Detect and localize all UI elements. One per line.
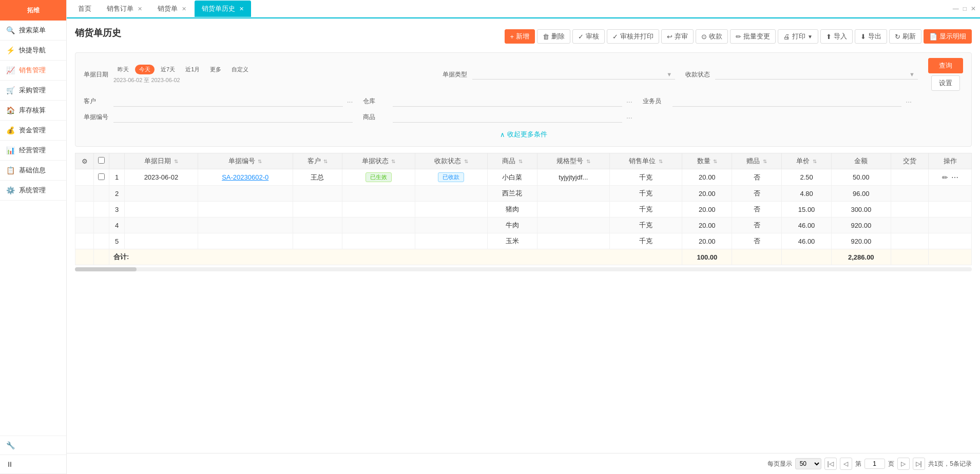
row-checkbox[interactable] bbox=[98, 173, 105, 180]
per-page-label: 每页显示 bbox=[767, 460, 792, 468]
th-payment-status[interactable]: 收款状态 ⇅ bbox=[415, 153, 487, 169]
date-pill-more[interactable]: 更多 bbox=[206, 65, 225, 74]
th-quantity[interactable]: 数量 ⇅ bbox=[682, 153, 732, 169]
edit-row-icon[interactable]: ✏ bbox=[942, 173, 948, 182]
sidebar-item-pause[interactable]: ⏸ bbox=[0, 455, 66, 474]
cell-customer bbox=[293, 202, 342, 218]
salesman-input[interactable] bbox=[672, 96, 902, 107]
setting-button[interactable]: 设置 bbox=[931, 75, 960, 91]
print-dropdown-icon: ▼ bbox=[808, 34, 813, 40]
product-more-icon[interactable]: ··· bbox=[626, 113, 632, 122]
new-button[interactable]: + 新增 bbox=[505, 29, 535, 44]
collect-button[interactable]: ⊙ 收款 bbox=[696, 29, 728, 44]
th-gift[interactable]: 赠品 ⇅ bbox=[732, 153, 782, 169]
cell-unit: 千克 bbox=[610, 218, 682, 233]
refresh-button[interactable]: ↻ 刷新 bbox=[889, 29, 921, 44]
window-maximize[interactable]: □ bbox=[963, 5, 967, 12]
payment-status-select[interactable]: ▼ bbox=[715, 70, 918, 80]
date-pill-7days[interactable]: 近7天 bbox=[157, 65, 179, 74]
horizontal-scrollbar[interactable] bbox=[75, 267, 972, 271]
sidebar-item-search-menu[interactable]: 🔍 搜索菜单 bbox=[0, 21, 66, 41]
sidebar-item-settings[interactable]: 🔧 bbox=[0, 436, 66, 455]
tab-sales-order-close[interactable]: ✕ bbox=[138, 6, 142, 12]
cell-checkbox[interactable] bbox=[94, 169, 109, 186]
first-page-button[interactable]: |◁ bbox=[824, 458, 837, 470]
doc-no-link[interactable]: SA-20230602-0 bbox=[222, 173, 268, 181]
customer-more-icon[interactable]: ··· bbox=[347, 97, 353, 106]
warehouse-input[interactable] bbox=[393, 96, 622, 107]
sidebar-item-finance[interactable]: 💰 资金管理 bbox=[0, 121, 66, 141]
collapse-button[interactable]: ∧ 收起更多条件 bbox=[84, 128, 963, 141]
next-page-button[interactable]: ▷ bbox=[897, 458, 910, 470]
date-pill-1month[interactable]: 近1月 bbox=[181, 65, 204, 74]
show-detail-button[interactable]: 📄 显示明细 bbox=[924, 29, 972, 44]
filter-row-3: 单据编号 商品 ··· bbox=[84, 112, 963, 123]
scroll-thumb[interactable] bbox=[75, 267, 137, 271]
cell-settings bbox=[75, 202, 94, 218]
tab-sales-history-close[interactable]: ✕ bbox=[239, 6, 244, 12]
select-all-checkbox[interactable] bbox=[98, 157, 105, 164]
date-pill-custom[interactable]: 自定义 bbox=[227, 65, 253, 74]
th-doc-status[interactable]: 单据状态 ⇅ bbox=[342, 153, 415, 169]
tab-home[interactable]: 首页 bbox=[71, 1, 99, 17]
cell-payment-status: 已收款 bbox=[415, 169, 487, 186]
cell-checkbox[interactable] bbox=[94, 186, 109, 202]
th-unit[interactable]: 销售单位 ⇅ bbox=[610, 153, 682, 169]
th-settings[interactable]: ⚙ bbox=[75, 153, 94, 169]
sidebar-item-purchase[interactable]: 🛒 采购管理 bbox=[0, 81, 66, 101]
batch-change-button[interactable]: ✏ 批量变更 bbox=[730, 29, 776, 44]
sidebar-item-system[interactable]: ⚙️ 系统管理 bbox=[0, 181, 66, 201]
cell-doc-no[interactable]: SA-20230602-0 bbox=[198, 169, 293, 186]
th-product[interactable]: 商品 ⇅ bbox=[487, 153, 537, 169]
audit-print-button[interactable]: ✓ 审核并打印 bbox=[607, 29, 659, 44]
page-number-input[interactable] bbox=[864, 459, 885, 469]
sidebar-item-quick-nav[interactable]: ⚡ 快捷导航 bbox=[0, 41, 66, 61]
doc-type-select[interactable]: ▼ bbox=[472, 70, 675, 80]
sidebar-item-inventory[interactable]: 🏠 库存核算 bbox=[0, 101, 66, 121]
window-minimize[interactable]: — bbox=[953, 5, 959, 12]
cell-checkbox[interactable] bbox=[94, 233, 109, 249]
print-button[interactable]: 🖨 打印 ▼ bbox=[778, 29, 818, 44]
gift-sort-icon: ⇅ bbox=[763, 159, 767, 164]
sidebar-item-operations[interactable]: 📊 经营管理 bbox=[0, 141, 66, 161]
doc-no-label: 单据编号 bbox=[84, 113, 109, 122]
date-pill-yesterday[interactable]: 昨天 bbox=[113, 65, 133, 74]
more-row-icon[interactable]: ⋯ bbox=[951, 173, 958, 182]
customer-input[interactable] bbox=[113, 96, 343, 107]
import-button[interactable]: ⬆ 导入 bbox=[820, 29, 853, 44]
per-page-select[interactable]: 50 100 200 bbox=[795, 458, 821, 469]
delete-button[interactable]: 🗑 删除 bbox=[537, 29, 570, 44]
abandon-button[interactable]: ↩ 弃审 bbox=[661, 29, 694, 44]
cell-gift: 否 bbox=[732, 202, 782, 218]
tab-sales-delivery-close[interactable]: ✕ bbox=[182, 6, 186, 12]
tab-sales-order[interactable]: 销售订单 ✕ bbox=[100, 1, 149, 17]
last-page-button[interactable]: ▷| bbox=[913, 458, 925, 470]
date-range: 2023-06-02 至 2023-06-02 bbox=[113, 76, 432, 84]
cell-checkbox[interactable] bbox=[94, 202, 109, 218]
export-button[interactable]: ⬇ 导出 bbox=[855, 29, 887, 44]
salesman-more-icon[interactable]: ··· bbox=[906, 97, 912, 106]
window-close[interactable]: ✕ bbox=[971, 5, 976, 12]
th-customer[interactable]: 客户 ⇅ bbox=[293, 153, 342, 169]
date-pill-today[interactable]: 今天 bbox=[135, 65, 155, 74]
th-checkbox[interactable] bbox=[94, 153, 109, 169]
th-doc-date[interactable]: 单据日期 ⇅ bbox=[125, 153, 198, 169]
sidebar-item-sales[interactable]: 📈 销售管理 bbox=[0, 61, 66, 81]
table-settings-icon[interactable]: ⚙ bbox=[82, 157, 88, 165]
audit-button[interactable]: ✓ 审核 bbox=[572, 29, 605, 44]
product-input[interactable] bbox=[393, 112, 622, 123]
date-pills: 昨天 今天 近7天 近1月 更多 自定义 bbox=[113, 65, 432, 74]
tab-sales-history[interactable]: 销货单历史 ✕ bbox=[195, 1, 251, 17]
th-unit-price[interactable]: 单价 ⇅ bbox=[782, 153, 832, 169]
doc-no-input[interactable] bbox=[113, 112, 353, 123]
th-spec[interactable]: 规格型号 ⇅ bbox=[537, 153, 609, 169]
cell-payment-status bbox=[415, 233, 487, 249]
th-doc-no[interactable]: 单据编号 ⇅ bbox=[198, 153, 293, 169]
cell-checkbox[interactable] bbox=[94, 218, 109, 233]
sidebar-item-basic-info[interactable]: 📋 基础信息 bbox=[0, 161, 66, 181]
query-button[interactable]: 查询 bbox=[928, 58, 963, 73]
tab-sales-delivery[interactable]: 销货单 ✕ bbox=[150, 1, 194, 17]
prev-page-button[interactable]: ◁ bbox=[840, 458, 852, 470]
warehouse-more-icon[interactable]: ··· bbox=[626, 97, 632, 106]
cell-amount: 300.00 bbox=[832, 202, 891, 218]
